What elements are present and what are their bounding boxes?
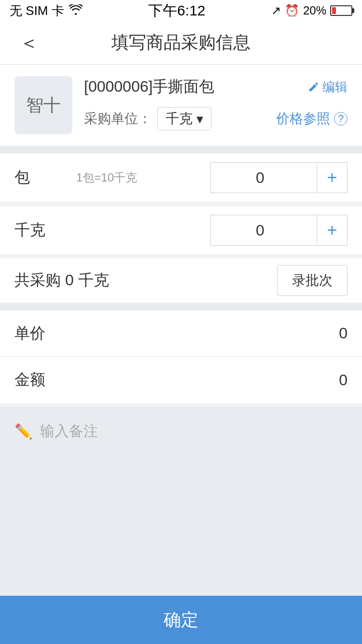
location-icon: ↗ [271, 4, 281, 17]
amount-label: 金额 [14, 369, 45, 391]
product-card: 智十 [0000006]手撕面包 编辑 采购单位： 千克 ▾ 价格参照 ? [0, 65, 362, 150]
price-ref-button[interactable]: 价格参照 ? [276, 110, 348, 128]
bag-label: 包 [14, 167, 72, 188]
confirm-button[interactable]: 确定 [0, 596, 362, 644]
product-logo: 智十 [26, 94, 61, 117]
kg-plus-button[interactable]: + [317, 215, 348, 246]
nav-bar: ＜ 填写商品采购信息 [0, 21, 362, 65]
status-right: ↗ ⏰ 20% [271, 4, 352, 17]
kg-input-right: + [210, 215, 348, 246]
kg-label: 千克 [14, 220, 72, 241]
bag-quantity-input[interactable] [210, 162, 317, 193]
kg-input-section: 千克 + [0, 206, 362, 254]
unit-price-value: 0 [339, 324, 348, 342]
section-divider-top [0, 150, 362, 154]
status-bar: 无 SIM 卡 下午6:12 ↗ ⏰ 20% [0, 0, 362, 21]
total-section: 共采购 0 千克 录批次 [0, 258, 362, 307]
unit-price-row: 单价 0 [0, 310, 362, 357]
page-title: 填写商品采购信息 [111, 31, 251, 55]
kg-input-row: 千克 + [0, 206, 362, 254]
bag-input-right: + [210, 162, 348, 193]
unit-select[interactable]: 千克 ▾ [157, 107, 211, 130]
bag-sub-label: 1包=10千克 [76, 170, 137, 185]
wifi-icon [69, 3, 83, 18]
bag-plus-button[interactable]: + [317, 162, 348, 193]
product-image: 智十 [14, 76, 72, 134]
status-left: 无 SIM 卡 [10, 2, 83, 19]
product-name: [0000006]手撕面包 [84, 76, 214, 98]
info-icon: ? [334, 112, 348, 126]
amount-value: 0 [339, 371, 348, 389]
product-info: [0000006]手撕面包 编辑 采购单位： 千克 ▾ 价格参照 ? [84, 76, 348, 130]
note-section[interactable]: ✏️ 输入备注 [0, 407, 362, 455]
alarm-icon: ⏰ [285, 4, 299, 17]
product-name-row: [0000006]手撕面包 编辑 [84, 76, 348, 98]
pencil-icon: ✏️ [14, 423, 32, 440]
unit-label: 采购单位： [84, 110, 152, 128]
record-batch-button[interactable]: 录批次 [277, 265, 348, 296]
edit-button[interactable]: 编辑 [308, 79, 348, 96]
total-text: 共采购 0 千克 [14, 270, 109, 291]
bag-input-row: 包 1包=10千克 + [0, 154, 362, 202]
unit-price-label: 单价 [14, 323, 45, 344]
note-placeholder: 输入备注 [40, 421, 98, 441]
section-divider-mid [0, 307, 362, 310]
status-time: 下午6:12 [148, 1, 205, 21]
chevron-down-icon: ▾ [196, 111, 203, 127]
battery-icon [330, 5, 352, 16]
back-button[interactable]: ＜ [14, 25, 43, 61]
pricing-section: 单价 0 金额 0 [0, 310, 362, 403]
kg-quantity-input[interactable] [210, 215, 317, 246]
bag-input-section: 包 1包=10千克 + [0, 154, 362, 202]
product-unit-row: 采购单位： 千克 ▾ 价格参照 ? [84, 107, 348, 130]
battery-percentage: 20% [303, 4, 326, 17]
carrier-label: 无 SIM 卡 [10, 2, 64, 19]
amount-row: 金额 0 [0, 357, 362, 403]
